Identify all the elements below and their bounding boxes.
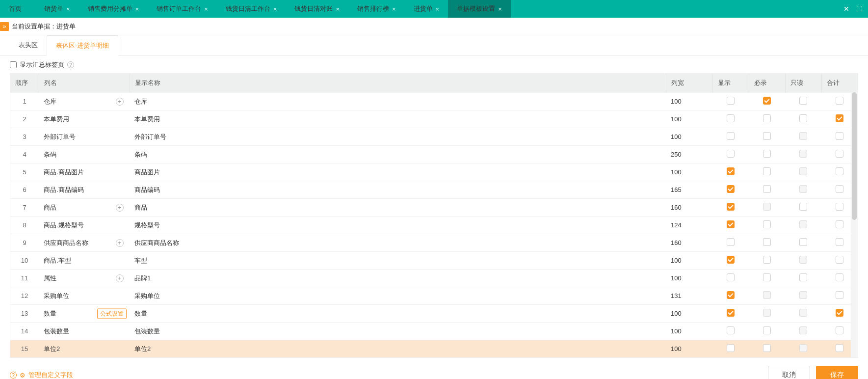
top-tab[interactable]: 单据模板设置× [448, 0, 511, 18]
checkbox[interactable] [727, 238, 735, 246]
cell-width[interactable]: 250 [666, 146, 712, 163]
table-row[interactable]: 9供应商商品名称+供应商商品名称160 [10, 234, 858, 252]
table-row[interactable]: 4条码条码250 [10, 146, 858, 163]
checkbox[interactable] [836, 326, 843, 334]
checkbox[interactable] [763, 185, 771, 193]
close-icon[interactable]: × [392, 5, 396, 13]
checkbox[interactable] [727, 97, 735, 105]
close-icon[interactable]: × [204, 5, 208, 13]
sub-tab[interactable]: 表体区-进货单明细 [47, 35, 118, 55]
cell-display[interactable]: 单位2 [130, 340, 666, 358]
checkbox[interactable] [727, 150, 735, 158]
checkbox[interactable] [763, 273, 771, 281]
cell-width[interactable]: 165 [666, 181, 712, 199]
checkbox[interactable] [836, 150, 843, 158]
checkbox[interactable] [836, 220, 843, 228]
cell-width[interactable]: 160 [666, 199, 712, 217]
checkbox[interactable] [727, 291, 735, 299]
cell-width[interactable]: 100 [666, 128, 712, 146]
sub-tab[interactable]: 表头区 [10, 35, 47, 55]
cancel-button[interactable]: 取消 [768, 366, 810, 379]
checkbox[interactable] [727, 326, 735, 334]
close-icon[interactable]: × [498, 5, 502, 13]
checkbox[interactable] [763, 326, 771, 334]
add-icon[interactable]: + [116, 239, 124, 247]
top-tab[interactable]: 销售排行榜× [348, 0, 405, 18]
cell-display[interactable]: 商品图片 [130, 163, 666, 181]
checkbox[interactable] [836, 167, 843, 175]
close-all-icon[interactable]: ✕ [843, 5, 849, 13]
top-tab[interactable]: 钱货日清对账× [286, 0, 348, 18]
chevron-right-icon[interactable]: » [0, 22, 9, 31]
cell-display[interactable]: 包装数量 [130, 323, 666, 340]
checkbox[interactable] [727, 185, 735, 193]
top-tab[interactable]: 销售订单工作台× [148, 0, 217, 18]
checkbox[interactable] [727, 114, 735, 122]
table-row[interactable]: 15单位2单位2100 [10, 340, 858, 358]
cell-width[interactable]: 100 [666, 163, 712, 181]
checkbox[interactable] [836, 238, 843, 246]
add-icon[interactable]: + [116, 204, 124, 212]
cell-width[interactable]: 100 [666, 305, 712, 323]
cell-display[interactable]: 供应商商品名称 [130, 234, 666, 252]
cell-display[interactable]: 外部订单号 [130, 128, 666, 146]
cell-width[interactable]: 131 [666, 287, 712, 305]
table-row[interactable]: 2本单费用本单费用100 [10, 110, 858, 128]
checkbox[interactable] [836, 291, 843, 299]
checkbox[interactable] [727, 256, 735, 264]
checkbox[interactable] [836, 132, 843, 140]
table-row[interactable]: 3外部订单号外部订单号100 [10, 128, 858, 146]
cell-display[interactable]: 规格型号 [130, 217, 666, 234]
table-row[interactable]: 10商品.车型车型100 [10, 252, 858, 270]
checkbox[interactable] [836, 256, 843, 264]
manage-custom-fields-link[interactable]: 管理自定义字段 [28, 371, 73, 379]
checkbox[interactable] [799, 114, 807, 122]
top-tab[interactable]: 首页 [0, 0, 35, 18]
cell-display[interactable]: 品牌1 [130, 270, 666, 287]
cell-display[interactable]: 采购单位 [130, 287, 666, 305]
checkbox[interactable] [763, 344, 771, 352]
table-row[interactable]: 6商品.商品编码商品编码165 [10, 181, 858, 199]
checkbox[interactable] [727, 220, 735, 228]
table-row[interactable]: 1仓库+仓库100 [10, 93, 858, 110]
checkbox[interactable] [727, 167, 735, 175]
table-row[interactable]: 11属性+品牌1100 [10, 270, 858, 287]
checkbox[interactable] [727, 132, 735, 140]
checkbox[interactable] [836, 185, 843, 193]
table-row[interactable]: 14包装数量包装数量100 [10, 323, 858, 340]
cell-width[interactable]: 100 [666, 252, 712, 270]
add-icon[interactable]: + [116, 274, 124, 282]
checkbox[interactable] [763, 150, 771, 158]
checkbox[interactable] [727, 203, 735, 211]
cell-width[interactable]: 100 [666, 110, 712, 128]
checkbox[interactable] [799, 203, 807, 211]
help-icon[interactable]: ? [67, 61, 74, 68]
cell-width[interactable]: 100 [666, 270, 712, 287]
top-tab[interactable]: 进货单× [405, 0, 448, 18]
checkbox[interactable] [799, 273, 807, 281]
cell-display[interactable]: 商品 [130, 199, 666, 217]
save-button[interactable]: 保存 [816, 366, 858, 379]
checkbox[interactable] [763, 238, 771, 246]
checkbox[interactable] [763, 167, 771, 175]
checkbox[interactable] [727, 309, 735, 317]
cell-display[interactable]: 数量 [130, 305, 666, 323]
checkbox[interactable] [799, 97, 807, 105]
checkbox[interactable] [799, 238, 807, 246]
summary-tab-checkbox[interactable] [10, 61, 17, 68]
fullscreen-icon[interactable]: ⛶ [856, 5, 862, 12]
add-icon[interactable]: + [116, 98, 124, 106]
table-row[interactable]: 13数量公式设置数量100 [10, 305, 858, 323]
checkbox[interactable] [763, 220, 771, 228]
help-icon[interactable]: ? [10, 372, 17, 379]
table-row[interactable]: 5商品.商品图片商品图片100 [10, 163, 858, 181]
checkbox[interactable] [836, 203, 843, 211]
cell-display[interactable]: 商品编码 [130, 181, 666, 199]
checkbox[interactable] [727, 273, 735, 281]
checkbox[interactable] [836, 114, 843, 122]
checkbox[interactable] [763, 97, 771, 105]
close-icon[interactable]: × [273, 5, 277, 13]
close-icon[interactable]: × [336, 5, 340, 13]
cell-display[interactable]: 条码 [130, 146, 666, 163]
top-tab[interactable]: 销售费用分摊单× [79, 0, 148, 18]
